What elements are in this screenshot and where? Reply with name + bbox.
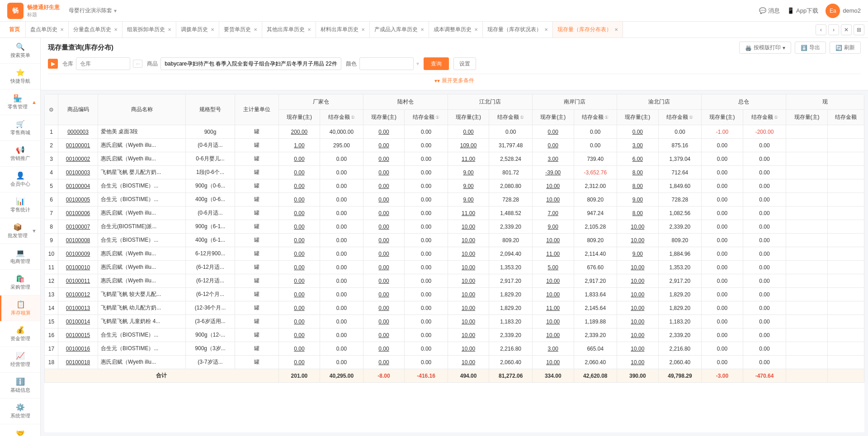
table-row: 10 00100009 惠氏启赋（Wyeth illu... 6-12月900.… (45, 247, 864, 261)
tab-zuzhuang[interactable]: 组装拆卸单历史 ✕ (123, 22, 176, 38)
row-wh5-qty: 9.00 (617, 193, 659, 206)
sidebar-item-finance[interactable]: 💰 资金管理 (0, 321, 40, 347)
row-code: 00100014 (58, 315, 98, 328)
sidebar-item-wholesale[interactable]: 📦 批发管理 ▼ (0, 218, 40, 244)
tab-close-icon[interactable]: ✕ (211, 27, 214, 32)
row-extra-qty (786, 139, 828, 152)
warehouse-input[interactable] (76, 57, 130, 70)
row-wh3-amt: 2,339.20 (489, 328, 533, 342)
tab-next-btn[interactable]: › (828, 24, 839, 35)
row-extra-qty (786, 206, 828, 220)
tab-qita[interactable]: 其他出库单历史 ✕ (262, 22, 316, 38)
sidebar-item-search[interactable]: 🔍 搜索英单 (0, 38, 40, 64)
tab-close-icon[interactable]: ✕ (307, 27, 311, 32)
row-extra-qty (786, 315, 828, 328)
tab-close-all-btn[interactable]: ✕ (841, 24, 852, 35)
tab-diaobo[interactable]: 调拨单历史 ✕ (176, 22, 219, 38)
sidebar-item-retail-stats[interactable]: 📊 零售统计 (0, 192, 40, 218)
info-icon-1[interactable]: ① (351, 115, 355, 120)
tab-xiancun2[interactable]: 现存量（库存分布表） ✕ (553, 22, 623, 38)
sum-extra-qty (786, 369, 828, 383)
sidebar-item-nav[interactable]: ⭐ 快捷导航 (0, 64, 40, 89)
color-dropdown-arrow[interactable]: ▾ (416, 61, 419, 67)
tab-close-icon[interactable]: ✕ (614, 27, 618, 32)
tab-fenliang[interactable]: 分量盘点单历史 ✕ (69, 22, 123, 38)
settings-gear-icon[interactable]: ⚙ (49, 107, 54, 113)
tab-close-icon[interactable]: ✕ (420, 27, 424, 32)
row-total-qty: 0.00 (702, 288, 743, 301)
query-btn[interactable]: 查询 (424, 57, 449, 70)
tab-expand-btn[interactable]: ⊞ (854, 24, 864, 35)
expand-btn[interactable]: ▾▾ 展开更多条件 (434, 77, 474, 84)
tab-close-icon[interactable]: ✕ (544, 27, 548, 32)
tab-close-icon[interactable]: ✕ (60, 27, 64, 32)
print-btn[interactable]: 🖨️ 按模版打印 ▾ (739, 42, 791, 54)
table-row: 2 00100001 惠氏启赋（Wyeth illu... (0-6月适... … (45, 139, 864, 152)
row-wh3-amt: 2,528.24 (489, 152, 533, 166)
row-total-amt: 0.00 (743, 220, 786, 234)
settings-btn[interactable]: 设置 (453, 57, 476, 70)
sidebar-item-purchase[interactable]: 🛍️ 采购管理 (0, 270, 40, 295)
info-icon-5[interactable]: ① (689, 115, 693, 120)
row-wh5-amt: 1,829.20 (658, 301, 702, 315)
expand-icon: ▾▾ (434, 78, 440, 84)
tab-close-icon[interactable]: ✕ (114, 27, 118, 32)
row-wh2-qty: 0.00 (363, 274, 405, 288)
sidebar-item-retail[interactable]: 🏪 零售管理 ▲ (0, 89, 40, 115)
tab-cailiao[interactable]: 材料出库单历史 ✕ (316, 22, 370, 38)
row-code: 00100003 (58, 166, 98, 179)
refresh-btn[interactable]: 🔄 刷新 (830, 42, 861, 54)
user-area[interactable]: Ea demo2 (826, 4, 861, 18)
tab-prev-btn[interactable]: ‹ (816, 24, 826, 35)
color-input[interactable] (359, 57, 414, 70)
app-download-btn[interactable]: 📱 App下载 (787, 7, 818, 15)
sidebar-item-basic-info[interactable]: ℹ️ 基础信息 (0, 373, 40, 398)
info-icon-4[interactable]: ① (604, 115, 609, 120)
row-wh1-qty: 0.00 (278, 206, 320, 220)
table-body: 1 0000003 爱他美 桌面3段 900g 罐 200.00 40,000.… (45, 125, 864, 383)
th-total-qty: 现存量(主) (702, 110, 743, 125)
sidebar-item-management[interactable]: 📈 经营管理 (0, 347, 40, 373)
tab-close-icon[interactable]: ✕ (361, 27, 365, 32)
tab-close-icon[interactable]: ✕ (168, 27, 171, 32)
tab-close-icon[interactable]: ✕ (254, 27, 257, 32)
collapse-btn[interactable]: ▶ (48, 59, 58, 69)
message-btn[interactable]: 💬 消息 (759, 7, 780, 15)
row-wh5-amt: 2,917.20 (658, 274, 702, 288)
tab-home[interactable]: 首页 (4, 22, 26, 38)
row-wh5-amt: 1,353.20 (658, 261, 702, 274)
sidebar-item-ecommerce[interactable]: 💻 电商管理 (0, 244, 40, 270)
export-btn[interactable]: ⬇️ 导出 (795, 42, 826, 54)
search-icon: 🔍 (2, 42, 38, 51)
tab-chengben[interactable]: 成本调整单历史 ✕ (429, 22, 483, 38)
row-wh3-amt: 31,797.48 (489, 139, 533, 152)
tab-yaohuo[interactable]: 要货单历史 ✕ (219, 22, 262, 38)
info-icon-2[interactable]: ① (435, 115, 439, 120)
row-extra-qty (786, 288, 828, 301)
row-wh2-amt: 0.00 (405, 234, 448, 247)
row-code: 00100001 (58, 139, 98, 152)
row-wh5-amt: 875.16 (658, 139, 702, 152)
product-input[interactable] (160, 57, 341, 70)
tab-close-icon[interactable]: ✕ (474, 27, 478, 32)
row-code: 00100005 (58, 193, 98, 206)
row-num: 18 (45, 356, 58, 369)
dropdown-arrow[interactable]: ▾ (114, 8, 117, 14)
tab-chancheng[interactable]: 产成品入库单历史 ✕ (370, 22, 429, 38)
tab-pandian[interactable]: 盘点单历史 ✕ (26, 22, 69, 38)
sidebar-item-marketing[interactable]: 📢 营销推广 (0, 141, 40, 167)
info-icon-6[interactable]: ① (774, 115, 778, 120)
warehouse-ellipsis[interactable]: ··· (133, 60, 142, 68)
row-wh5-qty: 10.00 (617, 342, 659, 356)
tab-xiancun1[interactable]: 现存量（库存状况表） ✕ (483, 22, 553, 38)
row-num: 7 (45, 206, 58, 220)
sidebar-item-system[interactable]: ⚙️ 系统管理 (0, 398, 40, 424)
sidebar-item-collab[interactable]: 🤝 企业协同 (0, 424, 40, 436)
row-wh3-amt: 728.28 (489, 193, 533, 206)
sidebar-item-inventory[interactable]: 📋 库存核算 (0, 295, 40, 321)
sidebar-item-mall[interactable]: 🛒 零售商城 (0, 115, 40, 141)
sidebar-item-member[interactable]: 👤 会员中心 (0, 167, 40, 192)
info-icon-3[interactable]: ① (520, 115, 524, 120)
row-wh1-qty: 0.00 (278, 220, 320, 234)
member-icon: 👤 (2, 171, 38, 180)
